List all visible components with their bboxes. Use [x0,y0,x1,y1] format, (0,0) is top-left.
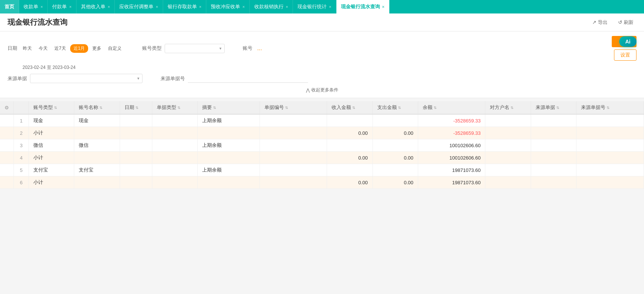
sort-doc-no-icon: ⇅ [285,106,288,110]
row-doc-no [260,164,327,176]
table-row[interactable]: 4 小计 0.00 0.00 100102606.60 [0,152,644,164]
th-counterpart[interactable]: 对方户名 ⇅ [485,101,531,114]
row-income [327,139,372,152]
row-account-name: 现金 [74,114,120,127]
nav-bank-stats[interactable]: 现金银行统计 × [293,0,336,13]
row-expense [372,164,418,176]
nav-other-income-close[interactable]: × [108,4,110,9]
nav-cash-flow-close[interactable]: × [382,4,384,9]
account-type-select[interactable]: 现金 微信 支付宝 银行 [165,44,225,53]
row-expense: 0.00 [372,176,418,189]
source-doc-label: 来源单据 [8,75,27,82]
nav-home-label: 首页 [5,3,14,10]
nav-bank-deposit-label: 银行存取款单 [168,3,197,10]
row-source-doc-no [576,127,644,139]
ai-button[interactable]: Ai [619,36,636,47]
refresh-button[interactable]: ↺ 刷新 [615,18,636,27]
nav-other-income[interactable]: 其他收入单 × [77,0,115,13]
th-balance[interactable]: 余额 ⇅ [418,101,485,114]
th-source-doc-no[interactable]: 来源单据号 ⇅ [576,101,644,114]
nav-bank-deposit[interactable]: 银行存取款单 × [163,0,206,13]
th-num [14,101,29,114]
row-num: 4 [14,152,29,164]
nav-collection[interactable]: 收款核销执行 × [250,0,293,13]
nav-receipts[interactable]: 收款单 × [19,0,48,13]
table-row[interactable]: 6 小计 0.00 0.00 19871073.60 [0,176,644,189]
row-summary: 上期余额 [197,139,260,152]
nav-adjustment-close[interactable]: × [156,4,158,9]
th-doc-type[interactable]: 单据类型 ⇅ [152,101,197,114]
row-summary: 上期余额 [197,164,260,176]
data-table: ⚙ 账号类型 ⇅ 账号名称 ⇅ 日期 [0,101,644,189]
table-row[interactable]: 3 微信 微信 上期余额 100102606.60 [0,139,644,152]
row-gear [0,127,14,139]
row-counterpart [485,164,531,176]
nav-prepay-close[interactable]: × [242,4,245,9]
source-doc-no-input[interactable] [188,75,308,83]
row-account-type: 微信 [29,139,74,152]
row-counterpart [485,114,531,127]
th-gear[interactable]: ⚙ [0,101,14,114]
nav-payments[interactable]: 付款单 × [48,0,76,13]
row-summary [197,127,260,139]
date-today[interactable]: 今天 [36,44,50,53]
row-date [120,152,152,164]
row-account-name [74,152,120,164]
nav-collection-close[interactable]: × [286,4,288,9]
th-summary[interactable]: 摘要 ⇅ [197,101,260,114]
row-source-doc-no [576,176,644,189]
nav-bank-stats-close[interactable]: × [329,4,331,9]
row-doc-no [260,139,327,152]
date-more[interactable]: 更多 [90,44,104,53]
nav-receipts-label: 收款单 [24,3,38,10]
sort-account-type-icon: ⇅ [54,106,57,110]
export-icon: ↗ [592,19,596,25]
row-date [120,139,152,152]
nav-bank-deposit-close[interactable]: × [199,4,201,9]
row-num: 5 [14,164,29,176]
date-1month[interactable]: 近1月 [70,44,89,53]
date-range-display: 2023-02-24 至 2023-03-24 [21,64,636,71]
row-balance: 19871073.60 [418,176,485,189]
row-source-doc [531,127,576,139]
table-row[interactable]: 1 现金 现金 上期余额 -3528659.33 [0,114,644,127]
th-account-name[interactable]: 账号名称 ⇅ [74,101,120,114]
row-source-doc [531,139,576,152]
date-shortcuts: 昨天 今天 近7天 近1月 更多 自定义 [20,44,124,53]
settings-button[interactable]: 设置 [614,49,636,61]
sort-source-doc-icon: ⇅ [556,106,559,110]
row-income: 0.00 [327,127,372,139]
refresh-label: 刷新 [624,19,633,26]
account-dots-button[interactable]: ... [255,45,263,52]
nav-payments-label: 付款单 [52,3,67,10]
nav-payments-close[interactable]: × [69,4,71,9]
date-custom[interactable]: 自定义 [105,44,124,53]
th-account-type[interactable]: 账号类型 ⇅ [29,101,74,114]
nav-home[interactable]: 首页 [0,0,19,13]
row-income [327,164,372,176]
sort-counterpart-icon: ⇅ [510,106,513,110]
table-row[interactable]: 2 小计 0.00 0.00 -3528659.33 [0,127,644,139]
nav-adjustment[interactable]: 应收应付调整单 × [115,0,163,13]
th-date[interactable]: 日期 ⇅ [120,101,152,114]
export-button[interactable]: ↗ 导出 [589,18,611,27]
nav-cash-flow[interactable]: 现金银行流水查询 × [336,0,389,13]
nav-receipts-close[interactable]: × [41,4,43,9]
filter-row-2: 来源单据 来源单据号 [8,74,636,83]
th-doc-no[interactable]: 单据编号 ⇅ [260,101,327,114]
page-header: 现金银行流水查询 ↗ 导出 ↺ 刷新 [0,13,644,31]
table-row[interactable]: 5 支付宝 支付宝 上期余额 19871073.60 [0,164,644,176]
th-source-doc[interactable]: 来源单据 ⇅ [531,101,576,114]
date-yesterday[interactable]: 昨天 [20,44,35,53]
row-account-type: 现金 [29,114,74,127]
th-income[interactable]: 收入金额 ⇅ [327,101,372,114]
row-num: 1 [14,114,29,127]
date-7days[interactable]: 近7天 [52,44,69,53]
table-header-row: ⚙ 账号类型 ⇅ 账号名称 ⇅ 日期 [0,101,644,114]
collapse-button[interactable]: ⋀ 收起更多条件 [306,87,338,93]
th-expense[interactable]: 支出金额 ⇅ [372,101,418,114]
nav-collection-label: 收款核销执行 [254,3,284,10]
source-doc-select[interactable] [30,74,143,83]
account-type-select-wrapper: 现金 微信 支付宝 银行 [165,44,225,53]
nav-prepay[interactable]: 预收冲应收单 × [206,0,249,13]
